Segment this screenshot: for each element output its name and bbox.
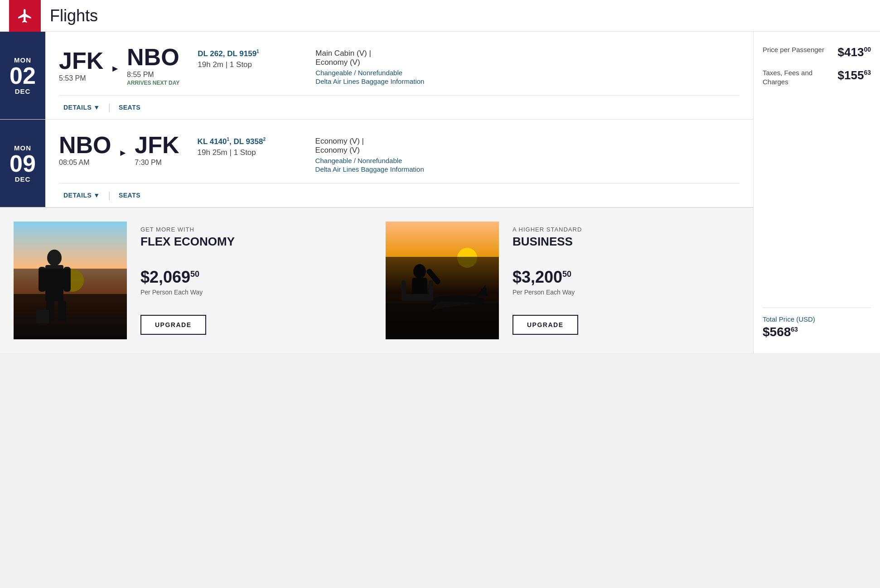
flight-1-dest-code: NBO bbox=[127, 45, 179, 69]
business-info: A HIGHER STANDARD BUSINESS $3,20050 Per … bbox=[513, 222, 582, 339]
airplane-icon bbox=[17, 8, 33, 24]
flight-1-numbers: DL 262, DL 91591 bbox=[198, 49, 297, 58]
flight-1-origin-code: JFK bbox=[59, 49, 103, 72]
flight-1-details-middle: DL 262, DL 91591 19h 2m | 1 Stop bbox=[198, 45, 297, 69]
flight-1-info: JFK 5:53 PM ► NBO 8:55 PM ARRIVES NEXT D… bbox=[45, 32, 753, 119]
flight-2-day-num: 09 bbox=[10, 152, 36, 175]
flight-1-cabin-line1: Main Cabin (V) | Economy (V) bbox=[315, 49, 451, 67]
flight-2-destination: JFK 7:30 PM bbox=[135, 133, 179, 167]
flight-2-cabin: Economy (V) | Economy (V) Changeable / N… bbox=[315, 133, 451, 174]
flights-list: MON 02 DEC JFK 5:53 PM ► NBO 8: bbox=[0, 32, 753, 353]
taxes-label: Taxes, Fees and Charges bbox=[763, 68, 838, 86]
flight-2-action-divider: | bbox=[108, 190, 111, 201]
flex-economy-price: $2,06950 bbox=[140, 268, 235, 287]
flight-row-2: MON 09 DEC NBO 08:05 AM ► JFK 7 bbox=[0, 120, 753, 207]
flight-1-main: JFK 5:53 PM ► NBO 8:55 PM ARRIVES NEXT D… bbox=[59, 45, 740, 86]
flight-2-date: MON 09 DEC bbox=[0, 120, 45, 207]
flight-2-duration: 19h 25m | 1 Stop bbox=[198, 148, 297, 157]
svg-point-3 bbox=[47, 250, 62, 266]
svg-rect-5 bbox=[39, 267, 46, 292]
svg-rect-6 bbox=[63, 267, 71, 292]
svg-rect-18 bbox=[425, 268, 441, 285]
price-per-passenger-amount: $41300 bbox=[838, 45, 871, 59]
main-container: MON 02 DEC JFK 5:53 PM ► NBO 8: bbox=[0, 32, 880, 353]
business-illustration bbox=[386, 222, 499, 339]
flight-2-changeable-link[interactable]: Changeable / Nonrefundable bbox=[315, 157, 451, 164]
flight-1-arrow-icon: ► bbox=[111, 63, 120, 74]
upgrade-card-flex: GET MORE WITH FLEX ECONOMY $2,06950 Per … bbox=[14, 222, 367, 339]
page-title: Flights bbox=[50, 6, 98, 25]
flight-1-dest-time: 8:55 PM bbox=[127, 71, 179, 79]
flight-1-cabin: Main Cabin (V) | Economy (V) Changeable … bbox=[315, 45, 451, 86]
price-per-passenger-label: Price per Passenger bbox=[763, 45, 824, 54]
flight-1-seats-button[interactable]: SEATS bbox=[114, 101, 145, 114]
svg-rect-8 bbox=[58, 301, 66, 321]
flex-economy-subtitle: GET MORE WITH bbox=[140, 226, 235, 233]
business-header: A HIGHER STANDARD BUSINESS bbox=[513, 226, 582, 249]
flight-1-month: DEC bbox=[15, 87, 31, 95]
svg-rect-7 bbox=[46, 301, 54, 321]
svg-point-13 bbox=[431, 295, 485, 306]
business-per-person: Per Person Each Way bbox=[513, 289, 582, 296]
flight-2-details-button[interactable]: DETAILS ▼ bbox=[59, 189, 105, 202]
flight-1-actions: DETAILS ▼ | SEATS bbox=[59, 95, 740, 119]
upgrade-section: GET MORE WITH FLEX ECONOMY $2,06950 Per … bbox=[0, 207, 753, 353]
flex-economy-illustration bbox=[14, 222, 127, 339]
business-price-block: $3,20050 Per Person Each Way bbox=[513, 268, 582, 296]
business-subtitle: A HIGHER STANDARD bbox=[513, 226, 582, 233]
flight-1-details-button[interactable]: DETAILS ▼ bbox=[59, 101, 105, 114]
svg-rect-4 bbox=[45, 265, 63, 301]
flight-1-baggage-link[interactable]: Delta Air Lines Baggage Information bbox=[315, 77, 451, 85]
flight-2-dest-time: 7:30 PM bbox=[135, 159, 179, 167]
flex-economy-upgrade-button[interactable]: UPGRADE bbox=[140, 315, 206, 335]
svg-rect-19 bbox=[404, 294, 431, 301]
total-price-label: Total Price (USD) bbox=[763, 315, 815, 323]
svg-marker-14 bbox=[476, 285, 488, 296]
price-per-passenger-row: Price per Passenger $41300 bbox=[763, 45, 871, 59]
flight-2-dest-code: JFK bbox=[135, 133, 179, 157]
business-image bbox=[386, 222, 499, 339]
flight-2-origin: NBO 08:05 AM bbox=[59, 133, 111, 167]
flex-economy-image bbox=[14, 222, 127, 339]
flight-2-numbers: KL 41401, DL 93582 bbox=[198, 137, 297, 146]
flex-economy-title: FLEX ECONOMY bbox=[140, 235, 235, 249]
svg-rect-17 bbox=[412, 278, 427, 300]
header-icon-bg bbox=[9, 0, 41, 32]
flex-economy-per-person: Per Person Each Way bbox=[140, 289, 235, 296]
flight-1-origin: JFK 5:53 PM bbox=[59, 49, 103, 82]
flight-2-origin-time: 08:05 AM bbox=[59, 159, 111, 167]
svg-point-11 bbox=[457, 248, 477, 268]
flight-2-origin-code: NBO bbox=[59, 133, 111, 157]
svg-rect-9 bbox=[36, 310, 49, 323]
total-price-row: Total Price (USD) $56863 bbox=[763, 308, 871, 339]
svg-point-16 bbox=[413, 264, 426, 279]
flight-2-month: DEC bbox=[15, 175, 31, 183]
flight-2-arrow-icon: ► bbox=[119, 148, 128, 158]
flight-1-arrives-note: ARRIVES NEXT DAY bbox=[127, 80, 179, 86]
flight-1-destination: NBO 8:55 PM ARRIVES NEXT DAY bbox=[127, 45, 179, 86]
flex-economy-info: GET MORE WITH FLEX ECONOMY $2,06950 Per … bbox=[140, 222, 235, 339]
svg-marker-15 bbox=[431, 301, 476, 310]
business-upgrade-button[interactable]: UPGRADE bbox=[513, 315, 578, 335]
svg-rect-2 bbox=[14, 294, 127, 339]
price-sidebar: Price per Passenger $41300 Taxes, Fees a… bbox=[753, 32, 880, 353]
svg-rect-10 bbox=[386, 222, 499, 339]
flight-2-seats-button[interactable]: SEATS bbox=[114, 189, 145, 202]
upgrade-card-business: A HIGHER STANDARD BUSINESS $3,20050 Per … bbox=[386, 222, 740, 339]
total-price-amount: $56863 bbox=[763, 325, 798, 339]
flight-1-origin-time: 5:53 PM bbox=[59, 74, 103, 82]
flight-2-info: NBO 08:05 AM ► JFK 7:30 PM KL 41401, DL … bbox=[45, 120, 753, 207]
flight-2-baggage-link[interactable]: Delta Air Lines Baggage Information bbox=[315, 165, 451, 173]
flight-2-airports: NBO 08:05 AM ► JFK 7:30 PM bbox=[59, 133, 179, 167]
flight-1-action-divider: | bbox=[108, 102, 111, 113]
svg-rect-12 bbox=[386, 303, 499, 339]
business-price: $3,20050 bbox=[513, 268, 582, 287]
flight-2-details-middle: KL 41401, DL 93582 19h 25m | 1 Stop bbox=[198, 133, 297, 157]
flight-2-cabin-line1: Economy (V) | Economy (V) bbox=[315, 137, 451, 155]
svg-rect-21 bbox=[429, 280, 433, 301]
flight-row-1: MON 02 DEC JFK 5:53 PM ► NBO 8: bbox=[0, 32, 753, 120]
flight-1-duration: 19h 2m | 1 Stop bbox=[198, 60, 297, 69]
business-title: BUSINESS bbox=[513, 235, 582, 249]
flex-economy-header: GET MORE WITH FLEX ECONOMY bbox=[140, 226, 235, 249]
flight-1-changeable-link[interactable]: Changeable / Nonrefundable bbox=[315, 69, 451, 77]
